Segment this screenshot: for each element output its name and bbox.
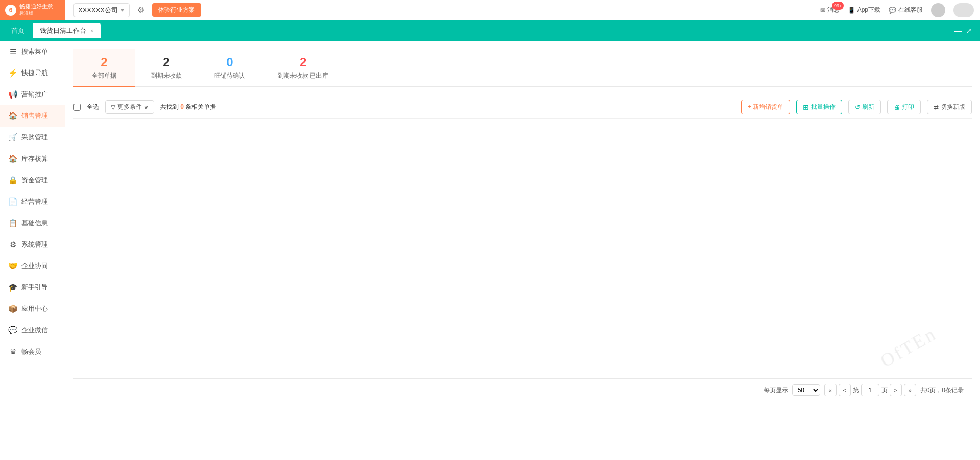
appcenter-icon: 📦: [8, 304, 17, 313]
sidebar-item-wechat[interactable]: 💬 企业微信: [0, 320, 65, 341]
sidebar-label-inventory: 库存核算: [21, 154, 48, 163]
sidebar-item-inventory[interactable]: 🏠 库存核算: [0, 148, 65, 170]
stat-overdue-unpaid-label: 到期未收款: [151, 71, 182, 80]
sidebar-item-appcenter[interactable]: 📦 应用中心: [0, 298, 65, 320]
minimize-icon[interactable]: —: [954, 27, 962, 35]
batch-label: 批量操作: [811, 103, 836, 111]
message-badge: 99+: [832, 2, 844, 10]
logo-area: 6 畅捷通好生意 标准版: [0, 0, 65, 20]
toolbar-left: 全选 ▽ 更多条件 ∨ 共找到 0 条相关单据: [74, 100, 216, 114]
sidebar-label-quick-nav: 快捷导航: [21, 68, 48, 78]
stat-pending-confirm-number: 0: [226, 55, 233, 69]
stat-overdue-unshipped-number: 2: [300, 55, 306, 69]
message-button[interactable]: ✉ 消息 99+: [820, 6, 840, 14]
filter-chevron: ∨: [144, 104, 149, 111]
quick-nav-icon: ⚡: [8, 68, 17, 78]
sidebar-item-quick-nav[interactable]: ⚡ 快捷导航: [0, 62, 65, 84]
sidebar-item-sales[interactable]: 🏠 销售管理: [0, 105, 65, 127]
page-number-input[interactable]: [861, 384, 879, 396]
experience-button[interactable]: 体验行业方案: [152, 3, 201, 17]
service-icon: 💬: [889, 7, 896, 14]
sidebar-item-guide[interactable]: 🎓 新手引导: [0, 277, 65, 298]
sidebar-label-enterprise: 企业协同: [21, 261, 48, 271]
last-page-button[interactable]: »: [904, 384, 916, 396]
print-button[interactable]: 🖨 打印: [887, 100, 921, 114]
tab-active[interactable]: 钱货日清工作台 ×: [33, 23, 101, 38]
sidebar-label-wechat: 企业微信: [21, 326, 48, 335]
next-page-button[interactable]: >: [890, 384, 902, 396]
tab-home[interactable]: 首页: [4, 23, 32, 38]
filter-button[interactable]: ▽ 更多条件 ∨: [105, 100, 154, 114]
add-order-button[interactable]: + 新增销货单: [741, 100, 790, 114]
logo-name: 畅捷通好生意: [19, 3, 53, 10]
per-page-select[interactable]: 10 20 50 100: [792, 384, 820, 396]
select-all-checkbox[interactable]: [74, 104, 81, 111]
sidebar-item-search-menu[interactable]: ☰ 搜索菜单: [0, 41, 65, 62]
prev-page-button[interactable]: <: [839, 384, 851, 396]
stat-pending-confirm-label: 旺铺待确认: [214, 71, 245, 80]
refresh-label: 刷新: [862, 103, 874, 111]
stat-overdue-unpaid[interactable]: 2 到期未收款: [135, 49, 198, 87]
user-menu[interactable]: [953, 3, 974, 17]
tab-maximize-area: — ⤢: [954, 27, 976, 35]
stat-pending-confirm[interactable]: 0 旺铺待确认: [198, 49, 261, 87]
sales-icon: 🏠: [8, 111, 17, 120]
avatar[interactable]: [931, 3, 945, 17]
sidebar-item-basic[interactable]: 📋 基础信息: [0, 212, 65, 234]
settings-button[interactable]: ⚙: [134, 3, 148, 17]
total-text: 共0页，0条记录: [920, 386, 964, 395]
gear-icon: ⚙: [137, 5, 144, 15]
switch-label: 切换新版: [941, 103, 965, 111]
sidebar-label-biz: 经营管理: [21, 197, 48, 206]
first-page-button[interactable]: «: [824, 384, 837, 396]
sidebar-item-capital[interactable]: 🔒 资金管理: [0, 170, 65, 191]
filter-label: 更多条件: [117, 103, 142, 111]
toolbar: 全选 ▽ 更多条件 ∨ 共找到 0 条相关单据 + 新增销货单 ⊞ 批量操作: [74, 95, 972, 119]
app-download-button[interactable]: 📱 App下载: [848, 6, 880, 14]
inventory-icon: 🏠: [8, 154, 17, 163]
switch-version-button[interactable]: ⇄ 切换新版: [927, 100, 972, 114]
capital-icon: 🔒: [8, 176, 17, 185]
refresh-button[interactable]: ↺ 刷新: [848, 100, 881, 114]
enterprise-icon: 🤝: [8, 261, 17, 271]
print-label: 打印: [902, 103, 914, 111]
download-icon: 📱: [848, 7, 855, 14]
switch-icon: ⇄: [934, 104, 939, 111]
page-navigation: « < 第 页 > »: [824, 384, 916, 396]
found-suffix: 条相关单据: [185, 103, 216, 110]
sidebar-label-purchase: 采购管理: [21, 133, 48, 142]
maximize-icon[interactable]: ⤢: [966, 27, 972, 35]
company-selector[interactable]: XXXXXX公司 ▼: [74, 3, 130, 17]
marketing-icon: 📢: [8, 90, 17, 99]
sidebar-label-member: 畅会员: [21, 347, 41, 356]
tab-close-icon[interactable]: ×: [90, 28, 93, 34]
logo-badge: 标准版: [19, 10, 53, 17]
online-service-label: 在线客服: [898, 6, 923, 14]
content-area: 2 全部单据 2 到期未收款 0 旺铺待确认 2 到期未收款 已出库 全选: [65, 41, 980, 460]
sidebar-item-sys[interactable]: ⚙ 系统管理: [0, 234, 65, 255]
sidebar-item-marketing[interactable]: 📢 营销推广: [0, 84, 65, 105]
sidebar-label-sales: 销售管理: [21, 111, 48, 120]
sidebar-label-appcenter: 应用中心: [21, 304, 48, 313]
page-suffix: 页: [881, 386, 888, 395]
sidebar-label-basic: 基础信息: [21, 219, 48, 228]
stat-overdue-unshipped[interactable]: 2 到期未收款 已出库: [261, 49, 345, 87]
chevron-down-icon: ▼: [120, 7, 125, 13]
tab-bar: 首页 钱货日清工作台 × — ⤢: [0, 20, 980, 41]
online-service-button[interactable]: 💬 在线客服: [889, 6, 923, 14]
logo-icon: 6: [5, 5, 16, 16]
stats-row: 2 全部单据 2 到期未收款 0 旺铺待确认 2 到期未收款 已出库: [74, 49, 972, 87]
message-icon: ✉: [820, 7, 825, 14]
search-menu-icon: ☰: [8, 47, 17, 56]
basic-icon: 📋: [8, 219, 17, 228]
batch-operation-button[interactable]: ⊞ 批量操作: [796, 100, 842, 114]
filter-icon: ▽: [111, 104, 115, 111]
toolbar-right: + 新增销货单 ⊞ 批量操作 ↺ 刷新 🖨 打印 ⇄ 切换新版: [741, 100, 972, 114]
sidebar-item-enterprise[interactable]: 🤝 企业协同: [0, 255, 65, 277]
stat-all[interactable]: 2 全部单据: [74, 49, 135, 87]
sidebar-item-biz[interactable]: 📄 经营管理: [0, 191, 65, 212]
pagination-footer: 每页显示 10 20 50 100 « < 第 页 > » 共0页，0条记录: [74, 378, 972, 401]
sidebar-item-member[interactable]: ♛ 畅会员: [0, 341, 65, 362]
sidebar-item-purchase[interactable]: 🛒 采购管理: [0, 127, 65, 148]
wechat-icon: 💬: [8, 326, 17, 335]
